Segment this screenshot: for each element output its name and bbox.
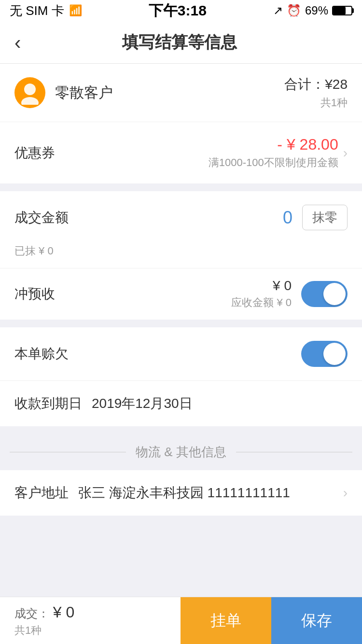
deal-amount-right: 0 抹零 bbox=[273, 205, 348, 230]
coupon-discount: - ¥ 28.00 bbox=[209, 136, 338, 154]
bottom-summary-line1: 成交： ¥ 0 bbox=[14, 603, 166, 621]
debit-row: 本单赊欠 bbox=[0, 327, 362, 380]
page-title: 填写结算等信息 bbox=[30, 31, 328, 54]
carrier-text: 无 SIM 卡 bbox=[10, 2, 64, 19]
bottom-summary-amount: ¥ 0 bbox=[53, 603, 74, 621]
address-chevron-icon: › bbox=[343, 485, 348, 501]
wifi-icon: 📶 bbox=[69, 4, 82, 17]
main-content: 零散客户 合计：¥28 共1种 优惠券 - ¥ 28.00 满1000-100不… bbox=[0, 64, 362, 581]
customer-left: 零散客户 bbox=[14, 77, 113, 108]
debit-label: 本单赊欠 bbox=[14, 345, 69, 363]
prepay-right: ¥ 0 应收金额 ¥ 0 bbox=[231, 278, 348, 310]
due-date-label: 收款到期日 bbox=[14, 394, 82, 413]
debit-toggle-knob bbox=[323, 343, 346, 365]
customer-card: 零散客户 合计：¥28 共1种 优惠券 - ¥ 28.00 满1000-100不… bbox=[0, 64, 362, 183]
status-right: ↗ ⏰ 69% bbox=[273, 4, 352, 17]
logistics-section: 物流 & 其他信息 bbox=[0, 434, 362, 470]
coupon-chevron-icon: › bbox=[343, 145, 348, 161]
debit-card: 本单赊欠 收款到期日 2019年12月30日 bbox=[0, 327, 362, 426]
due-date-value: 2019年12月30日 bbox=[92, 394, 193, 413]
deal-amount-label: 成交金额 bbox=[14, 209, 69, 227]
coupon-right: - ¥ 28.00 满1000-100不限制使用金额 › bbox=[209, 136, 348, 170]
customer-row: 零散客户 合计：¥28 共1种 bbox=[0, 64, 362, 122]
alarm-icon: ⏰ bbox=[287, 4, 301, 17]
battery-percent: 69% bbox=[305, 4, 328, 17]
logistics-text: 物流 & 其他信息 bbox=[136, 444, 226, 461]
total-count: 共1种 bbox=[284, 96, 348, 110]
bottom-summary-label: 成交： bbox=[14, 607, 49, 620]
svg-point-0 bbox=[24, 84, 36, 95]
bottom-summary-count: 共1种 bbox=[14, 623, 166, 638]
bottom-bar: 成交： ¥ 0 共1种 挂单 保存 bbox=[0, 597, 362, 644]
logistics-line-left bbox=[10, 452, 126, 452]
due-date-row: 收款到期日 2019年12月30日 bbox=[0, 380, 362, 426]
debit-toggle[interactable] bbox=[301, 341, 348, 367]
coupon-label: 优惠券 bbox=[14, 144, 55, 162]
deal-sub-text: 已抹 ¥ 0 bbox=[0, 244, 362, 268]
prepay-row: 冲预收 ¥ 0 应收金额 ¥ 0 bbox=[0, 268, 362, 320]
prepay-label: 冲预收 bbox=[14, 285, 55, 303]
prepay-sub: 应收金额 ¥ 0 bbox=[231, 295, 292, 310]
prepay-amount: ¥ 0 应收金额 ¥ 0 bbox=[231, 278, 292, 310]
round-zero-button[interactable]: 抹零 bbox=[302, 205, 348, 230]
bottom-summary: 成交： ¥ 0 共1种 bbox=[0, 603, 181, 638]
logistics-line-right bbox=[236, 452, 352, 452]
coupon-desc: 满1000-100不限制使用金额 bbox=[209, 155, 338, 170]
deal-amount-card: 成交金额 0 抹零 已抹 ¥ 0 冲预收 ¥ 0 应收金额 ¥ 0 bbox=[0, 191, 362, 320]
address-card[interactable]: 客户地址 张三 海淀永丰科技园 11111111111 › bbox=[0, 470, 362, 516]
total-amount: 合计：¥28 bbox=[284, 75, 348, 94]
svg-point-1 bbox=[21, 97, 39, 105]
customer-name: 零散客户 bbox=[55, 83, 113, 103]
location-icon: ↗ bbox=[273, 4, 283, 17]
address-label: 客户地址 bbox=[14, 484, 69, 502]
prepay-toggle[interactable] bbox=[301, 281, 348, 307]
status-left: 无 SIM 卡 📶 bbox=[10, 2, 82, 19]
bottom-spacer bbox=[0, 523, 362, 581]
deal-amount-row: 成交金额 0 抹零 bbox=[0, 191, 362, 244]
address-row[interactable]: 客户地址 张三 海淀永丰科技园 11111111111 › bbox=[0, 470, 362, 516]
back-button[interactable]: ‹ bbox=[14, 33, 30, 52]
status-time: 下午3:18 bbox=[149, 1, 207, 21]
prepay-val: ¥ 0 bbox=[231, 278, 292, 294]
toggle-knob bbox=[323, 283, 346, 305]
coupon-row[interactable]: 优惠券 - ¥ 28.00 满1000-100不限制使用金额 › bbox=[0, 122, 362, 183]
customer-right: 合计：¥28 共1种 bbox=[284, 75, 348, 110]
deal-amount-input[interactable]: 0 bbox=[273, 208, 292, 228]
battery-icon bbox=[332, 6, 352, 15]
save-button[interactable]: 保存 bbox=[271, 597, 362, 644]
coupon-info: - ¥ 28.00 满1000-100不限制使用金额 bbox=[209, 136, 338, 170]
address-value: 张三 海淀永丰科技园 11111111111 bbox=[78, 484, 343, 502]
avatar bbox=[14, 77, 45, 108]
hold-button[interactable]: 挂单 bbox=[181, 597, 271, 644]
nav-bar: ‹ 填写结算等信息 bbox=[0, 21, 362, 64]
status-bar: 无 SIM 卡 📶 下午3:18 ↗ ⏰ 69% bbox=[0, 0, 362, 21]
